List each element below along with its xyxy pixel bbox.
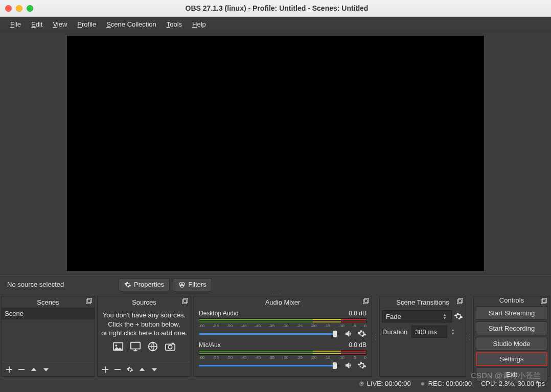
hint-line: You don't have any sources. (100, 311, 189, 320)
scene-down-button[interactable] (42, 366, 50, 373)
properties-button[interactable]: Properties (119, 278, 170, 291)
no-source-label: No source selected (3, 281, 116, 288)
camera-icon (164, 341, 177, 352)
close-window-button[interactable] (5, 5, 12, 12)
svg-rect-17 (458, 298, 463, 303)
volume-slider[interactable] (199, 333, 340, 335)
svg-rect-18 (541, 300, 545, 304)
exit-button[interactable]: Exit (476, 367, 547, 381)
source-down-button[interactable] (151, 366, 158, 373)
menu-edit[interactable]: Edit (26, 19, 48, 30)
svg-rect-5 (182, 300, 187, 304)
transitions-body: Fade ▲▼ Duration 300 ms ▲▼ (380, 308, 466, 340)
source-type-icons (100, 341, 189, 352)
svg-rect-6 (183, 298, 188, 303)
sources-header: Sources (98, 296, 191, 308)
transitions-title: Scene Transitions (396, 298, 449, 306)
add-scene-button[interactable] (6, 366, 13, 373)
add-source-button[interactable] (102, 366, 109, 373)
transition-settings-button[interactable] (454, 312, 463, 321)
live-status: LIVE: 00:00:00 (359, 380, 411, 387)
svg-rect-14 (363, 300, 368, 304)
preview-canvas[interactable] (67, 36, 484, 271)
hint-line: or right click here to add one. (100, 329, 189, 338)
remove-scene-button[interactable] (18, 366, 25, 373)
controls-body: Start Streaming Start Recording Studio M… (474, 304, 549, 383)
filters-button[interactable]: Filters (173, 278, 212, 291)
start-streaming-button[interactable]: Start Streaming (476, 306, 547, 320)
source-settings-button[interactable] (126, 366, 133, 373)
menu-scene-collection[interactable]: Scene Collection (101, 19, 162, 30)
audio-meter: -60-55-50-45-40-35-30-25-20-15-10-50 (199, 350, 366, 360)
broadcast-icon (359, 381, 364, 386)
transition-value: Fade (386, 313, 401, 320)
menu-profile[interactable]: Profile (72, 19, 101, 30)
transitions-dock: Scene Transitions Fade ▲▼ Duration 300 m… (379, 296, 466, 377)
settings-button[interactable]: Settings (476, 352, 547, 366)
source-up-button[interactable] (139, 366, 146, 373)
rec-status: REC: 00:00:00 (420, 380, 472, 387)
select-arrows-icon: ▲▼ (441, 313, 448, 320)
sources-footer (98, 362, 191, 376)
start-recording-button[interactable]: Start Recording (476, 321, 547, 335)
duration-label: Duration (382, 328, 409, 336)
speaker-icon[interactable] (344, 329, 353, 338)
svg-rect-13 (172, 342, 174, 344)
hint-line: Click the + button below, (100, 320, 189, 329)
popout-icon[interactable] (540, 298, 547, 305)
sources-hint: You don't have any sources. Click the + … (98, 308, 191, 355)
mixer-body: Desktop Audio 0.0 dB -60-55-50-45-40-35-… (194, 308, 372, 376)
minimize-window-button[interactable] (16, 5, 22, 12)
live-text: LIVE: 00:00:00 (367, 380, 411, 387)
channel-level: 0.0 dB (349, 341, 366, 349)
studio-mode-button[interactable]: Studio Mode (476, 337, 547, 351)
svg-rect-3 (86, 300, 90, 304)
speaker-icon[interactable] (344, 361, 353, 370)
scenes-dock: Scenes Scene (1, 296, 95, 377)
controls-dock: Controls Start Streaming Start Recording… (473, 296, 550, 377)
controls-title: Controls (499, 296, 524, 304)
popout-icon[interactable] (85, 298, 93, 305)
svg-rect-4 (87, 298, 91, 303)
titlebar: OBS 27.1.3 (linux) - Profile: Untitled -… (0, 0, 551, 17)
volume-slider[interactable] (199, 364, 340, 367)
menu-help[interactable]: Help (187, 19, 211, 30)
scenes-header: Scenes (2, 296, 95, 308)
popout-icon[interactable] (362, 298, 370, 305)
maximize-window-button[interactable] (27, 5, 33, 12)
vertical-grip[interactable] (468, 296, 471, 377)
duration-input[interactable]: 300 ms (411, 326, 447, 338)
scenes-list[interactable]: Scene (2, 308, 95, 362)
channel-settings-button[interactable] (357, 329, 366, 338)
rec-text: REC: 00:00:00 (428, 380, 472, 387)
scene-up-button[interactable] (30, 366, 37, 373)
scenes-title: Scenes (37, 298, 59, 306)
vertical-grip[interactable] (374, 296, 377, 377)
spinner-arrows-icon[interactable]: ▲▼ (449, 328, 456, 335)
filters-label: Filters (188, 281, 206, 288)
menu-view[interactable]: View (48, 19, 72, 30)
remove-source-button[interactable] (114, 366, 121, 373)
channel-level: 0.0 dB (349, 310, 366, 317)
transition-select[interactable]: Fade ▲▼ (382, 310, 452, 322)
channel-settings-button[interactable] (357, 361, 366, 370)
scene-item[interactable]: Scene (2, 308, 95, 319)
popout-icon[interactable] (181, 298, 189, 305)
controls-header: Controls (474, 296, 549, 304)
svg-point-20 (360, 383, 362, 384)
display-icon (129, 341, 142, 352)
audio-channel: Mic/Aux 0.0 dB -60-55-50-45-40-35-30-25-… (194, 339, 372, 371)
audio-channel: Desktop Audio 0.0 dB -60-55-50-45-40-35-… (194, 308, 372, 339)
menubar: File Edit View Profile Scene Collection … (0, 17, 551, 31)
menu-file[interactable]: File (5, 19, 26, 30)
popout-icon[interactable] (456, 298, 464, 305)
image-icon (111, 341, 125, 352)
svg-point-23 (421, 382, 424, 385)
sources-dock: Sources You don't have any sources. Clic… (97, 296, 191, 377)
mixer-title: Audio Mixer (265, 298, 301, 306)
globe-icon (146, 341, 159, 352)
menu-tools[interactable]: Tools (162, 19, 187, 30)
sources-list[interactable]: You don't have any sources. Click the + … (98, 308, 191, 362)
properties-label: Properties (134, 281, 164, 288)
svg-point-12 (168, 345, 172, 349)
